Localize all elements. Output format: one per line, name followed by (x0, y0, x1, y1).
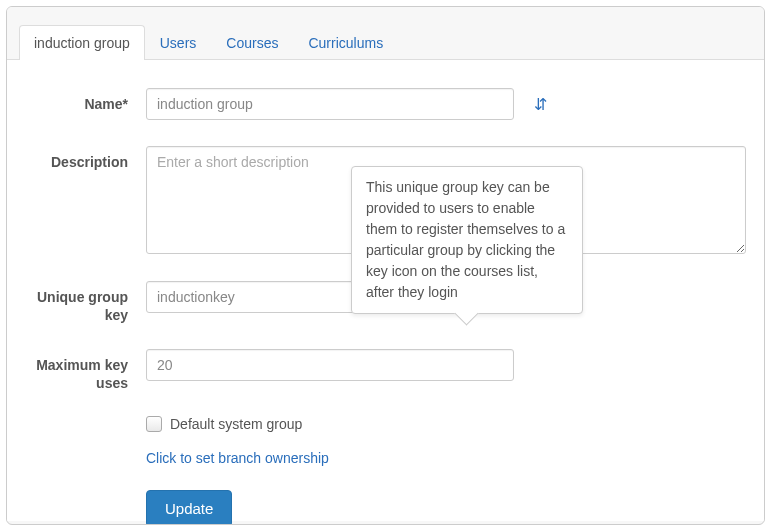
tab-curriculums[interactable]: Curriculums (293, 25, 398, 60)
label-description: Description (21, 146, 146, 171)
label-default-system-group: Default system group (170, 416, 302, 432)
name-input[interactable] (146, 88, 514, 120)
tab-bar: induction group Users Courses Curriculum… (7, 7, 764, 60)
update-button[interactable]: Update (146, 490, 232, 525)
default-system-group-checkbox[interactable] (146, 416, 162, 432)
tab-induction-group[interactable]: induction group (19, 25, 145, 60)
label-name: Name* (21, 88, 146, 113)
branch-ownership-link[interactable]: Click to set branch ownership (146, 450, 329, 466)
group-settings-panel: induction group Users Courses Curriculum… (6, 6, 765, 525)
label-max-key-uses: Maximum key uses (21, 349, 146, 392)
unique-group-key-tooltip: This unique group key can be provided to… (351, 166, 583, 314)
label-unique-group-key: Unique group key (21, 281, 146, 324)
max-key-uses-input[interactable] (146, 349, 514, 381)
tab-content: Name* ⇵ Description This unique group ke… (7, 60, 764, 521)
branch-icon[interactable]: ⇵ (534, 88, 547, 122)
tab-courses[interactable]: Courses (211, 25, 293, 60)
tab-users[interactable]: Users (145, 25, 212, 60)
